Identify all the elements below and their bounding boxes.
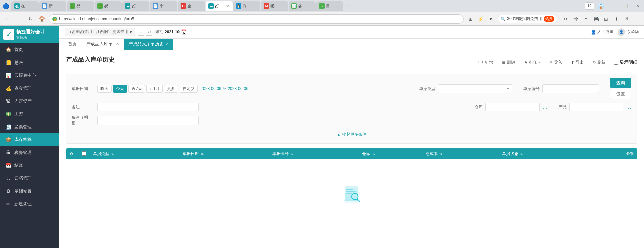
calendar-icon[interactable]: 📅 bbox=[181, 29, 187, 35]
delete-doc-button[interactable]: 🗑 删除 bbox=[498, 58, 519, 67]
refresh-doc-icon: ↺ bbox=[593, 60, 596, 65]
date-btn-custom[interactable]: 自定义 bbox=[180, 85, 198, 93]
shirt-icon[interactable]: 👔 bbox=[596, 1, 606, 11]
print-doc-button[interactable]: 🖨 打印 ▾ bbox=[521, 58, 544, 67]
product-input[interactable] bbox=[569, 103, 623, 111]
tab-9[interactable]: 🐧 腾… bbox=[233, 1, 260, 11]
sidebar-item-tax[interactable]: 🏛 税务管理 bbox=[0, 146, 59, 159]
consultant-button[interactable]: 👤 人工咨询 bbox=[591, 29, 614, 35]
tab-breadcrumb-home[interactable]: 首页 bbox=[63, 39, 81, 50]
date-btn-1month[interactable]: 近1月 bbox=[146, 85, 163, 93]
warehouse-more-icon[interactable]: … bbox=[542, 104, 548, 110]
search-360-box[interactable]: 🔍 360智能抠图免费用 热搜 bbox=[498, 15, 557, 23]
show-detail-checkbox[interactable] bbox=[614, 60, 618, 65]
minimize-button[interactable]: ─ bbox=[608, 1, 618, 11]
date-btn-7days[interactable]: 近7天 bbox=[128, 85, 145, 93]
table-header-doc-no[interactable]: 单据编号 ⇅ bbox=[269, 148, 359, 159]
table-header-warehouse[interactable]: 仓库 ⇅ bbox=[359, 148, 422, 159]
select-all-checkbox[interactable] bbox=[82, 151, 86, 156]
refresh-doc-button[interactable]: ↺ 刷新 bbox=[589, 58, 609, 67]
table-header-doc-status[interactable]: 单据状态 ⇅ bbox=[499, 148, 588, 159]
history-icon[interactable]: ↺ bbox=[622, 14, 631, 24]
close-button[interactable]: ✕ bbox=[633, 1, 643, 11]
tab-history-page[interactable]: 产成品入库单历史 ✕ bbox=[124, 39, 173, 50]
currency-icon[interactable]: ¥ bbox=[581, 14, 591, 24]
sidebar-item-invoice[interactable]: 🧾 发票管理 bbox=[0, 120, 59, 133]
scissors-icon[interactable]: ✂ bbox=[561, 14, 570, 24]
doc-type-select[interactable] bbox=[438, 84, 512, 93]
date-btn-more[interactable]: 更多 bbox=[164, 85, 178, 93]
dropdown-icon[interactable]: ▾ bbox=[486, 14, 496, 24]
tab-6[interactable]: 📄 个… bbox=[150, 1, 177, 11]
refresh-browser-button[interactable]: ↻ bbox=[26, 14, 35, 24]
tab-2[interactable]: 📄 新… bbox=[39, 1, 66, 11]
warehouse-input[interactable] bbox=[485, 103, 540, 111]
table-header-gear[interactable]: ⚙ bbox=[66, 148, 78, 159]
export-doc-label: 导出 bbox=[576, 60, 584, 65]
company-selector[interactable]: （勿删勿禁用）江西服宝测试专用 ▾ bbox=[65, 28, 135, 36]
translate-icon[interactable]: 译 bbox=[571, 14, 580, 24]
tab-1-label: 在… bbox=[21, 3, 29, 9]
import-doc-button[interactable]: ⬇ 导入 bbox=[546, 58, 566, 67]
grid-icon[interactable]: ⊞ bbox=[466, 14, 475, 24]
tab-counter[interactable]: 12 bbox=[585, 2, 594, 10]
new-tab-button[interactable]: + bbox=[344, 1, 354, 11]
user-info[interactable]: 👤 徐泽华 bbox=[618, 28, 639, 36]
tab-10[interactable]: M 畅… bbox=[261, 1, 288, 11]
export-doc-button[interactable]: ⬆ 导出 bbox=[568, 58, 587, 67]
sidebar-item-home[interactable]: 🏠 首页 bbox=[0, 43, 59, 56]
lightning-icon[interactable]: ⚡ bbox=[476, 14, 485, 24]
tab-list-close[interactable]: ✕ bbox=[116, 42, 119, 46]
page-header: 产成品入库单历史 + + 新增 🗑 删除 🖨 打印 ▾ bbox=[66, 55, 637, 69]
table-header-total-cost[interactable]: 总成本 ⇅ bbox=[422, 148, 499, 159]
tab-7[interactable]: C 企… bbox=[178, 1, 205, 11]
table-header-doc-type[interactable]: 单据类型 ⇅ bbox=[90, 148, 179, 159]
sidebar-item-period-close[interactable]: 📅 结账 bbox=[0, 159, 59, 172]
add-icon-button[interactable]: + bbox=[138, 29, 144, 36]
product-more-icon[interactable]: … bbox=[626, 104, 631, 110]
url-box[interactable]: 🔒 https://cloud.chanjet.com/accounting/u… bbox=[49, 14, 464, 24]
restore-button[interactable]: ⬜ bbox=[620, 1, 630, 11]
theme-icon[interactable]: ☀ bbox=[612, 14, 621, 24]
doc-no-input[interactable] bbox=[542, 84, 599, 93]
date-btn-today[interactable]: 今天 bbox=[113, 85, 127, 93]
tab-1[interactable]: 在 在… bbox=[11, 1, 39, 11]
tab-3[interactable]: 🌿 易… bbox=[67, 1, 94, 11]
sidebar-item-fixed-assets[interactable]: 🏗 固定资产 bbox=[0, 95, 59, 108]
tab-10-icon: M bbox=[264, 3, 269, 9]
note-detail-input[interactable] bbox=[97, 116, 199, 125]
layout-icon[interactable]: ⊞ bbox=[601, 14, 611, 24]
sidebar-item-inventory[interactable]: 📦 库存核算 bbox=[0, 133, 59, 146]
funds-nav-icon: 💰 bbox=[5, 85, 11, 91]
sidebar-item-reports[interactable]: 📊 云报表中心 bbox=[0, 69, 59, 82]
settings-gear-button[interactable]: ⚙ bbox=[146, 29, 152, 36]
add-doc-button[interactable]: + + 新增 bbox=[474, 58, 496, 67]
tab-history-close[interactable]: ✕ bbox=[166, 42, 169, 46]
tab-8[interactable]: ☁ 好… ✕ bbox=[206, 1, 233, 11]
note-input[interactable] bbox=[97, 103, 199, 111]
sidebar-item-ledger[interactable]: 📒 总账 bbox=[0, 56, 59, 69]
content-area: （勿删勿禁用）江西服宝测试专用 ▾ + ⚙ 账期 2021-10 📅 👤 人工咨… bbox=[59, 26, 644, 248]
home-browser-button[interactable]: 🏠 bbox=[37, 14, 47, 24]
filter-settings-button[interactable]: 设置 bbox=[610, 89, 631, 99]
sidebar-item-payroll[interactable]: 💵 工资 bbox=[0, 108, 59, 120]
back-button[interactable]: ← bbox=[3, 14, 12, 24]
query-button[interactable]: 查询 bbox=[610, 78, 631, 88]
settings-browser-icon[interactable]: ⋯ bbox=[632, 14, 641, 24]
tab-4[interactable]: 🌿 易… bbox=[95, 1, 122, 11]
tab-12[interactable]: S 目… bbox=[316, 1, 343, 11]
tab-5[interactable]: ☁ 好… bbox=[122, 1, 149, 11]
tab-11[interactable]: 📊 各… bbox=[289, 1, 316, 11]
sidebar-item-basic-settings[interactable]: ⚙ 基础设置 bbox=[0, 185, 59, 198]
sidebar-item-new-voucher[interactable]: ✏ 新建凭证 bbox=[0, 198, 59, 210]
collapse-filters-button[interactable]: ▲ 收起更多条件 bbox=[72, 130, 631, 139]
table-header-checkbox[interactable] bbox=[78, 148, 90, 159]
game-icon[interactable]: 🎮 bbox=[591, 14, 601, 24]
sidebar-item-archive[interactable]: 🗂 归档管理 bbox=[0, 172, 59, 185]
tab-8-close[interactable]: ✕ bbox=[225, 4, 230, 8]
table-header-doc-date[interactable]: 单据日期 ⇅ bbox=[179, 148, 269, 159]
sidebar-item-funds[interactable]: 💰 资金管理 bbox=[0, 82, 59, 95]
forward-button[interactable]: → bbox=[14, 14, 24, 24]
tab-list-page[interactable]: 产成品入库单 ✕ bbox=[81, 39, 124, 50]
date-btn-yesterday[interactable]: 昨天 bbox=[97, 85, 112, 93]
